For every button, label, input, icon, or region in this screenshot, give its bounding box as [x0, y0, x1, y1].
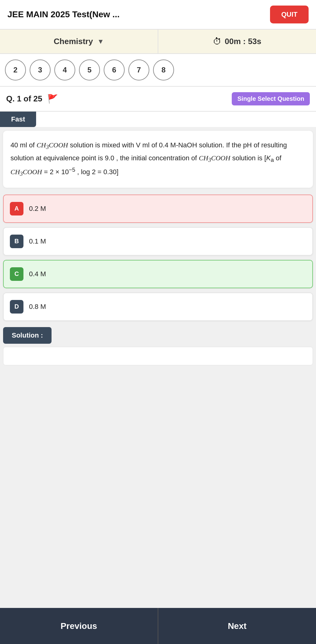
- page-title: JEE MAIN 2025 Test(New ...: [7, 10, 120, 19]
- question-number-4[interactable]: 4: [54, 59, 75, 80]
- timer-display: 00m : 53s: [225, 37, 261, 46]
- formula-ch3cooh-3: CH3COOH: [10, 168, 42, 176]
- fast-badge-row: Fast: [0, 112, 316, 127]
- previous-button[interactable]: Previous: [0, 608, 158, 644]
- chevron-down-icon: ▼: [97, 38, 104, 46]
- option-b-badge: B: [10, 235, 23, 248]
- options-section: A 0.2 M B 0.1 M C 0.4 M D 0.8 M: [0, 191, 316, 324]
- option-d-text: 0.8 M: [29, 303, 46, 311]
- header: JEE MAIN 2025 Test(New ... QUIT: [0, 0, 316, 30]
- question-number-5[interactable]: 5: [79, 59, 100, 80]
- bottom-navigation: Previous Next: [0, 608, 316, 644]
- question-type-badge: Single Select Question: [232, 92, 310, 105]
- question-number-7[interactable]: 7: [128, 59, 149, 80]
- quit-button[interactable]: QUIT: [270, 6, 309, 23]
- option-c-badge: C: [10, 267, 23, 281]
- option-a-text: 0.2 M: [29, 205, 46, 213]
- option-b-text: 0.1 M: [29, 237, 46, 245]
- option-d[interactable]: D 0.8 M: [3, 293, 313, 321]
- question-label: Q. 1 of 25: [6, 94, 42, 104]
- question-number-6[interactable]: 6: [104, 59, 125, 80]
- option-b[interactable]: B 0.1 M: [3, 227, 313, 256]
- question-number-2[interactable]: 2: [5, 59, 26, 80]
- question-meta-row: Q. 1 of 25 🚩 Single Select Question: [0, 87, 316, 112]
- timer-section: ⏱ 00m : 53s: [158, 30, 316, 53]
- clock-icon: ⏱: [213, 36, 222, 47]
- option-a-badge: A: [10, 202, 23, 215]
- solution-button[interactable]: Solution :: [3, 327, 52, 344]
- flag-icon[interactable]: 🚩: [47, 94, 58, 104]
- question-content: 40 ml of CH3COOH solution is mixed with …: [3, 131, 313, 188]
- solution-section: Solution :: [0, 324, 316, 368]
- formula-ch3cooh-1: CH3COOH: [36, 141, 68, 149]
- option-d-badge: D: [10, 300, 23, 314]
- option-c-text: 0.4 M: [29, 270, 46, 278]
- option-c[interactable]: C 0.4 M: [3, 260, 313, 288]
- question-number-8[interactable]: 8: [153, 59, 174, 80]
- question-numbers-row: 2 3 4 5 6 7 8: [0, 54, 316, 87]
- fast-badge: Fast: [0, 112, 36, 127]
- formula-ch3cooh-2: CH3COOH: [199, 154, 230, 162]
- subject-dropdown[interactable]: Chemistry ▼: [0, 30, 158, 53]
- solution-content: [3, 347, 313, 365]
- option-a[interactable]: A 0.2 M: [3, 195, 313, 223]
- question-number-3[interactable]: 3: [30, 59, 51, 80]
- next-button[interactable]: Next: [158, 608, 316, 644]
- subject-timer-bar: Chemistry ▼ ⏱ 00m : 53s: [0, 30, 316, 54]
- question-info: Q. 1 of 25 🚩: [6, 94, 58, 104]
- subject-label: Chemistry: [54, 37, 93, 46]
